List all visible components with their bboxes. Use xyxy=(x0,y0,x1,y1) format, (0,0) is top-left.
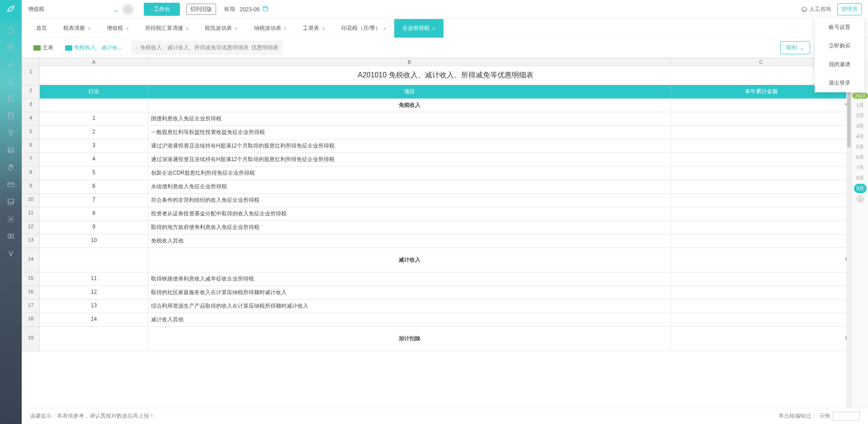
gear-icon[interactable] xyxy=(6,214,15,224)
month-item[interactable]: 1月 xyxy=(852,100,868,110)
cell-seq[interactable] xyxy=(40,248,148,272)
switch-old-button[interactable]: 切到旧版 xyxy=(186,4,216,15)
cell-seq[interactable]: 2 xyxy=(40,126,148,139)
report-icon[interactable] xyxy=(6,43,15,52)
cell-item[interactable]: 综合利用资源生产产品取得的收入在计算应纳税所得额时减计收入 xyxy=(148,300,671,313)
cell-amount[interactable] xyxy=(671,300,852,313)
cell-amount[interactable] xyxy=(671,207,852,221)
tab[interactable]: 增值税× xyxy=(99,19,137,38)
tab[interactable]: 所得税汇算清缴× xyxy=(137,19,197,38)
month-item[interactable]: 3月 xyxy=(852,121,868,131)
chevron-left-icon[interactable]: ‹ xyxy=(136,45,137,51)
cell-amount[interactable] xyxy=(671,286,852,300)
cell-amount[interactable] xyxy=(671,313,852,327)
month-item[interactable]: 6月 xyxy=(852,152,868,162)
cell-item[interactable]: 免税收入其他 xyxy=(148,234,671,248)
tab[interactable]: 税表清册× xyxy=(55,19,99,38)
home-icon[interactable] xyxy=(6,25,15,34)
subtab-main[interactable]: 主表 xyxy=(28,40,59,55)
month-item[interactable]: 2月 xyxy=(852,111,868,120)
cell-amount[interactable] xyxy=(671,272,852,286)
cell-amount[interactable]: 0 xyxy=(671,248,852,272)
cell-seq[interactable]: 8 xyxy=(40,207,148,221)
menu-logout[interactable]: 退出登录 xyxy=(815,74,864,92)
cell-section[interactable]: 免税收入 xyxy=(148,99,671,112)
vertical-scrollbar[interactable] xyxy=(846,66,852,408)
menu-buy-now[interactable]: 立即购买 xyxy=(815,37,864,55)
cell-item[interactable]: 取得铁路债券利息收入减半征收企业所得税 xyxy=(148,272,671,286)
cell-item[interactable]: 取得的社区家庭服务收入在计算应纳税所得额时减计收入 xyxy=(148,286,671,300)
image-icon[interactable] xyxy=(6,146,15,155)
cell-amount[interactable] xyxy=(671,221,852,234)
cell-amount[interactable]: 0 xyxy=(671,99,852,112)
calendar-icon[interactable] xyxy=(262,5,269,13)
cell-item[interactable]: 投资者从证券投资基金分配中取得的收入免征企业所得税 xyxy=(148,207,671,221)
cell-seq[interactable]: 14 xyxy=(40,313,148,327)
subtab-exempt[interactable]: 免税收入、减计收... xyxy=(60,40,127,55)
spreadsheet[interactable]: ABC1A201010 免税收入、减计收入、所得减免等优惠明细表2行次项目本年累… xyxy=(22,58,852,408)
cell-amount[interactable] xyxy=(671,167,852,180)
example-input[interactable] xyxy=(833,412,860,421)
chart-icon[interactable] xyxy=(6,60,15,69)
cell-item[interactable]: 国债利息收入免征企业所得税 xyxy=(148,112,671,126)
close-icon[interactable]: × xyxy=(383,26,386,31)
cell-seq[interactable]: 11 xyxy=(40,272,148,286)
admin-button[interactable]: 管理员 xyxy=(837,3,862,15)
cell-item[interactable]: 符合条件的非营利组织的收入免征企业所得税 xyxy=(148,194,671,207)
close-icon[interactable]: × xyxy=(88,26,90,31)
cell-item[interactable]: 减计收入其他 xyxy=(148,313,671,327)
tab[interactable]: 税负波动表× xyxy=(197,19,245,38)
cell-amount[interactable] xyxy=(671,112,852,126)
tab[interactable]: 企业所得税× xyxy=(394,19,443,38)
cell-seq[interactable] xyxy=(40,327,148,351)
cell-seq[interactable]: 3 xyxy=(40,139,148,153)
month-item[interactable]: 5月 xyxy=(852,142,868,152)
consult-button[interactable]: 人工咨询 xyxy=(801,5,831,13)
close-icon[interactable]: × xyxy=(126,26,128,31)
cell-amount[interactable] xyxy=(671,153,852,167)
month-item[interactable]: 9月 xyxy=(854,184,867,193)
workbench-button[interactable]: 工作台 xyxy=(144,3,180,16)
month-item[interactable]: 4月 xyxy=(852,132,868,141)
period-dropdown[interactable]: 期初 ⌄ xyxy=(780,41,810,54)
company-dropdown[interactable]: 增值税 ⌄ xyxy=(28,5,118,13)
money-icon[interactable] xyxy=(6,77,15,86)
cell-item[interactable]: 通过沪港通投资且连续持有H股满12个月取得的股息红利所得免征企业所得税 xyxy=(148,139,671,153)
menu-account-settings[interactable]: 账号设置 xyxy=(815,18,864,37)
list-button[interactable] xyxy=(122,4,134,15)
doc-icon[interactable] xyxy=(6,94,15,103)
video-icon[interactable] xyxy=(6,232,15,241)
cell-seq[interactable]: 1 xyxy=(40,112,148,126)
cell-amount[interactable]: 0 xyxy=(671,327,852,351)
cell-seq[interactable]: 10 xyxy=(40,234,148,248)
cell-section[interactable]: 减计收入 xyxy=(148,248,671,272)
filter-icon[interactable] xyxy=(6,129,15,138)
cell-seq[interactable]: 4 xyxy=(40,153,148,167)
close-icon[interactable]: × xyxy=(235,26,237,31)
cell-item[interactable]: 创新企业CDR股息红利所得免征企业所得税 xyxy=(148,167,671,180)
calc-icon[interactable] xyxy=(6,111,15,120)
hand-icon[interactable] xyxy=(6,163,15,172)
cell-amount[interactable] xyxy=(671,126,852,139)
cell-seq[interactable]: 13 xyxy=(40,300,148,313)
inbox-icon[interactable] xyxy=(6,197,15,206)
v-icon[interactable] xyxy=(6,249,15,258)
cell-item[interactable]: 一般股息红利等权益性投资收益免征企业所得税 xyxy=(148,126,671,139)
cell-seq[interactable]: 6 xyxy=(40,180,148,194)
close-icon[interactable]: × xyxy=(186,26,189,31)
month-item[interactable]: 8月 xyxy=(852,173,868,183)
tab[interactable]: 首页 xyxy=(28,19,55,38)
cell-amount[interactable] xyxy=(671,139,852,153)
cell-item[interactable]: 取得的地方政府债券利息收入免征企业所得税 xyxy=(148,221,671,234)
menu-my-invite[interactable]: 我的邀请 xyxy=(815,55,864,74)
month-item[interactable]: 7月 xyxy=(852,163,868,172)
tab[interactable]: 工资表× xyxy=(295,19,333,38)
cell-seq[interactable]: 12 xyxy=(40,286,148,300)
cell-amount[interactable] xyxy=(671,234,852,248)
cell-amount[interactable] xyxy=(671,180,852,194)
month-more-icon[interactable]: ⌄ xyxy=(856,195,864,203)
close-icon[interactable]: × xyxy=(432,26,435,31)
cell-seq[interactable]: 7 xyxy=(40,194,148,207)
tab[interactable]: 纳税波动表× xyxy=(246,19,295,38)
cell-seq[interactable]: 5 xyxy=(40,167,148,180)
